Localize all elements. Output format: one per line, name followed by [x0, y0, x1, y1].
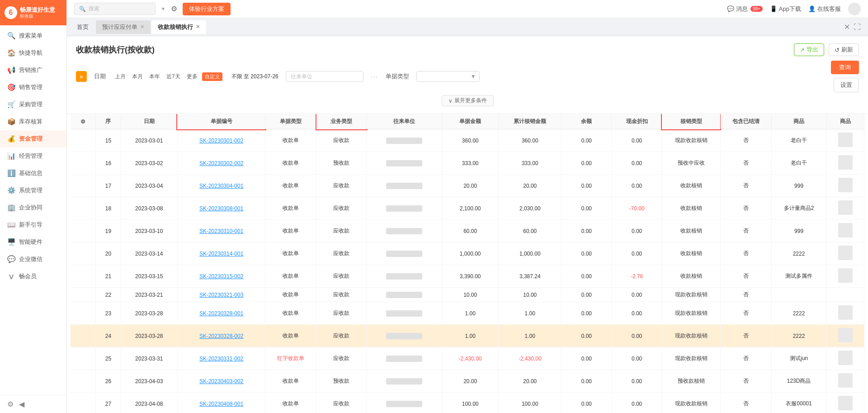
export-button[interactable]: ↗ 导出 — [794, 43, 824, 56]
row-bill-no[interactable]: SK-20230301-002 — [177, 129, 265, 152]
query-button[interactable]: 查询 — [831, 61, 859, 74]
bill-no-link[interactable]: SK-20230302-002 — [199, 160, 243, 166]
row-checkbox[interactable] — [71, 242, 96, 265]
settings-button[interactable]: 设置 — [834, 78, 859, 92]
bill-no-link[interactable]: SK-20230315-002 — [199, 273, 243, 280]
sidebar-item-system[interactable]: ⚙️ 系统管理 — [0, 182, 66, 199]
row-bill-no[interactable]: SK-20230331-002 — [177, 347, 265, 370]
sidebar-item-finance[interactable]: 💰 资金管理 — [0, 130, 66, 147]
sidebar-item-marketing[interactable]: 📢 营销推广 — [0, 62, 66, 79]
this-year-button[interactable]: 本年 — [147, 72, 162, 81]
table-row[interactable]: 26 2023-04-03 SK-20230403-002 收款单 预收款 20… — [71, 370, 864, 393]
row-bill-no[interactable]: SK-20230315-002 — [177, 265, 265, 288]
tab-maximize-icon[interactable]: ⛶ — [854, 23, 861, 31]
table-row[interactable]: 23 2023-03-28 SK-20230328-001 收款单 应收款 1.… — [71, 302, 864, 325]
row-checkbox[interactable] — [71, 175, 96, 197]
row-checkbox[interactable] — [71, 152, 96, 175]
row-checkbox[interactable] — [71, 197, 96, 220]
table-row[interactable]: 24 2023-03-28 SK-20230328-002 收款单 应收款 1.… — [71, 325, 864, 347]
counterparty-input[interactable] — [286, 71, 363, 82]
bill-no-link[interactable]: SK-20230321-003 — [199, 292, 243, 298]
user-avatar[interactable] — [848, 3, 861, 15]
row-checkbox[interactable] — [71, 393, 96, 413]
table-row[interactable]: 19 2023-03-10 SK-20230310-001 收款单 应收款 60… — [71, 220, 864, 242]
table-row[interactable]: 20 2023-03-14 SK-20230314-001 收款单 应收款 1,… — [71, 242, 864, 265]
collapse-icon[interactable]: ◀ — [19, 400, 24, 408]
bill-no-link[interactable]: SK-20230328-001 — [199, 310, 243, 317]
tab-prepay[interactable]: 预计应应付单 ✕ — [96, 20, 151, 34]
last-7-days-button[interactable]: 近7天 — [165, 72, 182, 81]
row-bill-no[interactable]: SK-20230328-001 — [177, 302, 265, 325]
bill-type-select[interactable] — [416, 71, 480, 82]
messages-button[interactable]: 💬 消息 99+ — [727, 5, 763, 13]
col-gear[interactable]: ⚙ — [71, 114, 96, 129]
row-checkbox[interactable] — [71, 325, 96, 347]
row-bill-no[interactable]: SK-20230408-001 — [177, 393, 265, 413]
row-checkbox[interactable] — [71, 220, 96, 242]
tab-close-all-icon[interactable]: ✕ — [844, 23, 850, 31]
app-download-button[interactable]: 📱 App下载 — [770, 5, 801, 13]
bill-no-link[interactable]: SK-20230314-001 — [199, 251, 243, 257]
sidebar-item-basic-info[interactable]: ℹ️ 基础信息 — [0, 165, 66, 182]
bill-no-link[interactable]: SK-20230408-001 — [199, 401, 243, 407]
row-bill-no[interactable]: SK-20230304-001 — [177, 175, 265, 197]
table-row[interactable]: 25 2023-03-31 SK-20230331-002 红字收款单 应收款 … — [71, 347, 864, 370]
row-checkbox[interactable] — [71, 129, 96, 152]
online-service-button[interactable]: 👤 在线客服 — [808, 5, 841, 13]
topbar-search[interactable]: 🔍 搜索 — [74, 3, 156, 15]
table-row[interactable]: 27 2023-04-08 SK-20230408-001 收款单 应收款 10… — [71, 393, 864, 413]
sidebar-item-purchase[interactable]: 🛒 采购管理 — [0, 96, 66, 113]
row-checkbox[interactable] — [71, 288, 96, 302]
row-bill-no[interactable]: SK-20230308-001 — [177, 197, 265, 220]
row-checkbox[interactable] — [71, 302, 96, 325]
refresh-button[interactable]: ↺ 刷新 — [829, 43, 859, 56]
table-row[interactable]: 15 2023-03-01 SK-20230301-002 收款单 应收款 36… — [71, 129, 864, 152]
bill-no-link[interactable]: SK-20230308-001 — [199, 205, 243, 212]
tab-prepay-close[interactable]: ✕ — [140, 24, 144, 30]
sidebar-item-inventory[interactable]: 📦 库存核算 — [0, 113, 66, 130]
row-bill-no[interactable]: SK-20230321-003 — [177, 288, 265, 302]
custom-date-button[interactable]: 自定义 — [202, 72, 222, 81]
tab-receive-cancel[interactable]: 收款核销执行 ✕ — [151, 20, 206, 34]
bill-no-link[interactable]: SK-20230403-002 — [199, 378, 243, 385]
sidebar-item-quick-nav[interactable]: 🏠 快捷导航 — [0, 44, 66, 62]
this-month-button[interactable]: 本月 — [130, 72, 145, 81]
table-row[interactable]: 16 2023-03-02 SK-20230302-002 收款单 预收款 33… — [71, 152, 864, 175]
bill-no-link[interactable]: SK-20230328-002 — [199, 333, 243, 339]
sidebar-item-sales[interactable]: 🎯 销售管理 — [0, 79, 66, 96]
sidebar-item-operations[interactable]: 📊 经营管理 — [0, 147, 66, 165]
sidebar-item-member[interactable]: V 畅会员 — [0, 268, 66, 285]
sidebar-item-enterprise[interactable]: 🏢 企业协同 — [0, 199, 66, 216]
tab-receive-cancel-close[interactable]: ✕ — [196, 24, 200, 30]
settings-icon[interactable]: ⚙ — [7, 400, 14, 408]
table-row[interactable]: 21 2023-03-15 SK-20230315-002 收款单 应收款 3,… — [71, 265, 864, 288]
tab-home[interactable]: 首页 — [71, 20, 95, 34]
sidebar-item-wechat[interactable]: 💬 企业微信 — [0, 251, 66, 268]
chevron-down-icon[interactable]: ▼ — [161, 6, 165, 11]
bill-no-link[interactable]: SK-20230331-002 — [199, 356, 243, 362]
gear-icon[interactable]: ⚙ — [80, 119, 85, 125]
bill-no-link[interactable]: SK-20230304-001 — [199, 183, 243, 189]
table-row[interactable]: 18 2023-03-08 SK-20230308-001 收款单 应收款 2,… — [71, 197, 864, 220]
table-row[interactable]: 17 2023-03-04 SK-20230304-001 收款单 应收款 20… — [71, 175, 864, 197]
bill-no-link[interactable]: SK-20230301-002 — [199, 138, 243, 144]
row-bill-no[interactable]: SK-20230314-001 — [177, 242, 265, 265]
bill-no-link[interactable]: SK-20230310-001 — [199, 228, 243, 234]
sidebar-item-guide[interactable]: 📖 新手引导 — [0, 216, 66, 233]
gear-icon[interactable]: ⚙ — [171, 5, 177, 13]
table-row[interactable]: 22 2023-03-21 SK-20230321-003 收款单 应收款 10… — [71, 288, 864, 302]
row-bill-no[interactable]: SK-20230310-001 — [177, 220, 265, 242]
row-bill-no[interactable]: SK-20230302-002 — [177, 152, 265, 175]
row-checkbox[interactable] — [71, 370, 96, 393]
sidebar-item-hardware[interactable]: 🖥️ 智能硬件 — [0, 233, 66, 251]
last-month-button[interactable]: 上月 — [113, 72, 127, 81]
sidebar-item-search-menu[interactable]: 🔍 搜索菜单 — [0, 27, 66, 44]
row-checkbox[interactable] — [71, 265, 96, 288]
more-dates-button[interactable]: 更多 — [185, 72, 199, 81]
expand-more-button[interactable]: ∨ 展开更多条件 — [442, 95, 494, 106]
filter-collapse-button[interactable]: » — [76, 71, 87, 82]
row-bill-no[interactable]: SK-20230403-002 — [177, 370, 265, 393]
row-bill-no[interactable]: SK-20230328-002 — [177, 325, 265, 347]
row-checkbox[interactable] — [71, 347, 96, 370]
industry-solution-button[interactable]: 体验行业方案 — [183, 3, 231, 15]
